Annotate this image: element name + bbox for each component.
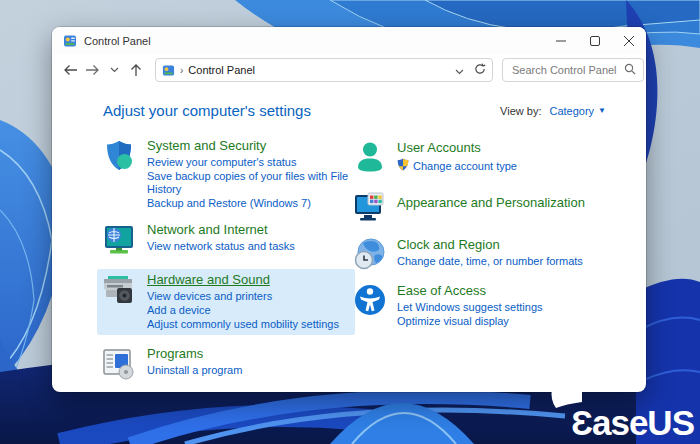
window-title: Control Panel xyxy=(84,35,151,47)
category-programs: Programs Uninstall a program xyxy=(97,343,355,385)
close-button[interactable] xyxy=(612,27,646,54)
breadcrumb-separator-icon: › xyxy=(180,65,183,76)
back-button[interactable] xyxy=(59,58,81,82)
category-ease-of-access: Ease of Access Let Windows suggest setti… xyxy=(349,280,613,332)
breadcrumb-control-panel[interactable]: Control Panel xyxy=(188,64,255,76)
main-content: Adjust your computer's settings View by:… xyxy=(52,86,646,392)
address-bar[interactable]: › Control Panel xyxy=(155,58,493,82)
search-icon xyxy=(624,61,636,79)
chevron-down-icon: ▼ xyxy=(598,106,606,115)
uac-shield-icon xyxy=(397,158,409,174)
category-title-ease-of-access[interactable]: Ease of Access xyxy=(397,283,543,299)
category-title-clock-and-region[interactable]: Clock and Region xyxy=(397,237,583,253)
link-add-a-device[interactable]: Add a device xyxy=(147,304,339,317)
page-title: Adjust your computer's settings xyxy=(103,102,311,119)
system-and-security-icon[interactable] xyxy=(101,138,137,174)
category-column-left: System and Security Review your computer… xyxy=(97,135,355,385)
category-user-accounts: User Accounts Change account type xyxy=(349,137,613,178)
category-title-programs[interactable]: Programs xyxy=(147,346,242,362)
view-by-dropdown[interactable]: Category ▼ xyxy=(549,105,606,117)
title-bar[interactable]: Control Panel xyxy=(52,27,646,54)
appearance-and-personalization-icon[interactable] xyxy=(353,191,387,225)
control-panel-icon xyxy=(63,34,77,48)
control-panel-icon xyxy=(162,64,175,77)
control-panel-window: Control Panel xyxy=(52,27,646,392)
category-title-hardware-and-sound[interactable]: Hardware and Sound xyxy=(147,272,339,288)
address-dropdown-chevron-icon[interactable] xyxy=(455,61,464,79)
link-view-network-status[interactable]: View network status and tasks xyxy=(147,240,295,253)
link-uninstall-a-program[interactable]: Uninstall a program xyxy=(147,364,242,377)
user-accounts-icon[interactable] xyxy=(353,140,387,174)
navigation-bar: › Control Panel xyxy=(52,54,646,86)
network-and-internet-icon[interactable] xyxy=(101,222,137,258)
maximize-button[interactable] xyxy=(578,27,612,54)
link-optimize-visual-display[interactable]: Optimize visual display xyxy=(397,315,543,328)
clock-and-region-icon[interactable] xyxy=(353,237,387,271)
easeus-logo-text: ƐaseUS xyxy=(571,404,694,442)
refresh-icon[interactable] xyxy=(474,61,486,79)
category-hardware-and-sound[interactable]: Hardware and Sound View devices and prin… xyxy=(97,269,355,335)
category-network-and-internet: Network and Internet View network status… xyxy=(97,219,355,261)
category-title-appearance-and-personalization[interactable]: Appearance and Personalization xyxy=(397,195,585,211)
category-title-system-and-security[interactable]: System and Security xyxy=(147,138,351,154)
link-adjust-mobility-settings[interactable]: Adjust commonly used mobility settings xyxy=(147,318,339,331)
link-windows-suggest-settings[interactable]: Let Windows suggest settings xyxy=(397,301,543,314)
category-title-network-and-internet[interactable]: Network and Internet xyxy=(147,222,295,238)
ease-of-access-icon[interactable] xyxy=(353,283,387,317)
easeus-watermark: ƐaseUS xyxy=(571,404,694,442)
hardware-and-sound-icon[interactable] xyxy=(101,272,137,308)
category-title-user-accounts[interactable]: User Accounts xyxy=(397,140,517,156)
link-change-account-type[interactable]: Change account type xyxy=(397,158,517,174)
category-clock-and-region: Clock and Region Change date, time, or n… xyxy=(349,234,613,274)
link-backup-restore-windows7[interactable]: Backup and Restore (Windows 7) xyxy=(147,197,351,210)
link-change-date-time-formats[interactable]: Change date, time, or number formats xyxy=(397,255,583,268)
forward-button[interactable] xyxy=(81,58,103,82)
category-system-and-security: System and Security Review your computer… xyxy=(97,135,355,214)
minimize-button[interactable] xyxy=(544,27,578,54)
up-button[interactable] xyxy=(125,58,147,82)
link-file-history-backup[interactable]: Save backup copies of your files with Fi… xyxy=(147,170,351,196)
search-box[interactable] xyxy=(502,58,644,82)
view-by-label: View by: xyxy=(500,105,541,117)
link-view-devices-printers[interactable]: View devices and printers xyxy=(147,290,339,303)
category-appearance-and-personalization: Appearance and Personalization xyxy=(349,188,613,228)
programs-icon[interactable] xyxy=(101,346,137,382)
search-input[interactable] xyxy=(510,63,624,77)
recent-pages-chevron-icon[interactable] xyxy=(103,58,125,82)
link-review-computer-status[interactable]: Review your computer's status xyxy=(147,156,351,169)
category-column-right: User Accounts Change account type xyxy=(349,137,613,332)
